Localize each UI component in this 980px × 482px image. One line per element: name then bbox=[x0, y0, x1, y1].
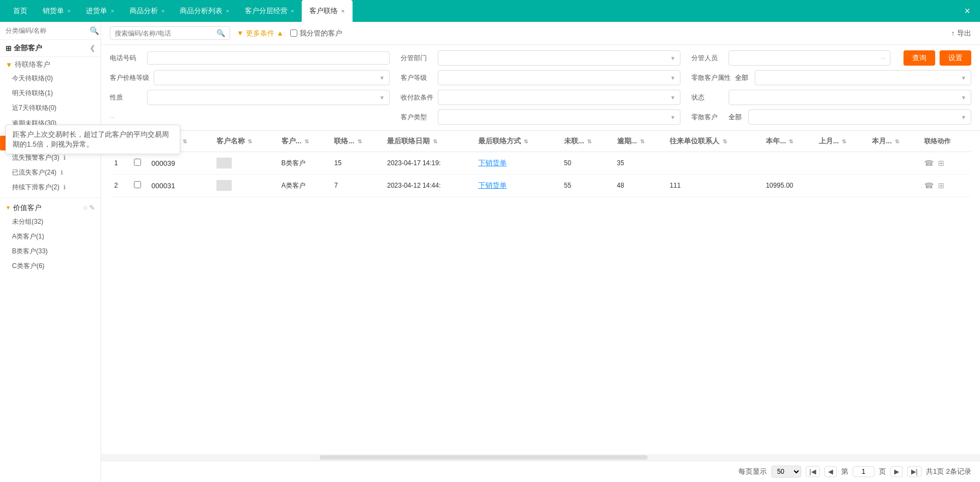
sort-icon-lastmonth[interactable]: ⇅ bbox=[842, 138, 846, 144]
sidebar-search-input[interactable] bbox=[5, 27, 87, 34]
retail-attr-value: 全部 bbox=[735, 73, 748, 83]
nav-close-customer-contact[interactable]: × bbox=[341, 8, 344, 14]
arrow-down-icon-2: ▼ bbox=[5, 205, 11, 211]
filter-dept-select[interactable]: ▼ bbox=[438, 50, 680, 66]
nav-home[interactable]: 首页 bbox=[5, 0, 35, 22]
export-btn[interactable]: ↑ 导出 bbox=[952, 28, 972, 38]
filter-retail-customer-row: 零散客户 全部 ▼ bbox=[691, 109, 971, 125]
sidebar-item-ungrouped[interactable]: 未分组(32) bbox=[0, 214, 101, 229]
search-input[interactable] bbox=[115, 30, 214, 37]
chevron-down-icon-nature: ▼ bbox=[379, 95, 385, 101]
sort-icon-thismonth[interactable]: ⇅ bbox=[895, 138, 899, 144]
sidebar-item-7days[interactable]: 近7天待联络(0) bbox=[0, 101, 101, 115]
sidebar-collapse-btn[interactable]: ❮ bbox=[90, 44, 95, 52]
sort-icon-date[interactable]: ⇅ bbox=[433, 138, 437, 144]
my-customers-checkbox[interactable] bbox=[290, 30, 297, 37]
row1-this-month bbox=[867, 152, 920, 175]
row2-more-icon[interactable]: ⊞ bbox=[938, 181, 944, 190]
next-page-btn[interactable]: ▶ bbox=[890, 466, 903, 477]
sidebar-item-lost[interactable]: 已流失客户(24) ℹ bbox=[0, 165, 101, 180]
nav-customer-tier[interactable]: 客户分层经营 × bbox=[237, 0, 302, 22]
row1-method-link[interactable]: 下销货单 bbox=[478, 159, 507, 167]
sidebar-item-tomorrow[interactable]: 明天待联络(1) bbox=[0, 86, 101, 101]
sidebar-value-customers-group[interactable]: ▼ 价值客户 ○ ✎ bbox=[0, 200, 101, 214]
row1-avatar bbox=[216, 158, 232, 169]
window-close-btn[interactable]: × bbox=[960, 5, 975, 17]
nav-close-product-list[interactable]: × bbox=[226, 8, 229, 14]
sidebar-search-icon[interactable]: 🔍 bbox=[90, 26, 99, 35]
sidebar-item-declining[interactable]: 持续下滑客户(2) ℹ bbox=[0, 180, 101, 195]
page-input[interactable] bbox=[853, 466, 875, 477]
col-header-last-date: 最后联络日期 ⇅ bbox=[383, 131, 474, 152]
sort-icon-thisyear[interactable]: ⇅ bbox=[789, 138, 793, 144]
filter-retail-attr-select[interactable]: ▼ bbox=[755, 70, 971, 85]
filter-phone-input[interactable] bbox=[147, 51, 390, 65]
filter-customer-type-select[interactable]: ▼ bbox=[438, 109, 680, 125]
sidebar-item-today[interactable]: 今天待联络(0) bbox=[0, 71, 101, 86]
filter-more-btn[interactable]: ··· bbox=[110, 114, 115, 120]
row1-checkbox-input[interactable] bbox=[134, 159, 141, 166]
sort-icon-person[interactable]: ⇅ bbox=[723, 138, 727, 144]
sidebar-all-customers[interactable]: ⊞ 全部客户 ❮ bbox=[0, 40, 101, 57]
info-icon-loss: ℹ bbox=[63, 154, 66, 161]
row2-contact-person: 111 bbox=[665, 175, 761, 197]
table-area: ⚙ 客户编码 ⇅ 客户名称 ⇅ bbox=[101, 131, 980, 454]
nav-sales-order[interactable]: 销货单 × bbox=[35, 0, 78, 22]
filter-manager-select[interactable]: ··· bbox=[729, 50, 890, 66]
sort-icon-code[interactable]: ⇅ bbox=[183, 138, 187, 144]
filter-customer-grade-select[interactable]: ▼ bbox=[438, 70, 680, 85]
filter-retail-customer-select[interactable]: ▼ bbox=[748, 109, 971, 125]
filter-retail-attr-label: 零散客户属性 bbox=[691, 73, 731, 83]
advanced-filter-area: 电话号码 分管部门 ▼ 分管人员 ··· bbox=[101, 45, 980, 131]
nav-close-purchase[interactable]: × bbox=[110, 8, 114, 14]
sort-icon-type[interactable]: ⇅ bbox=[304, 138, 309, 144]
sidebar-item-c-class[interactable]: C类客户(6) bbox=[0, 259, 101, 274]
nav-close-sales[interactable]: × bbox=[67, 8, 71, 14]
col-header-type: 客户... ⇅ bbox=[277, 131, 330, 152]
sort-icon-contact[interactable]: ⇅ bbox=[357, 138, 362, 144]
filter-nature-select[interactable]: ▼ bbox=[147, 90, 390, 105]
nav-close-product-analysis[interactable]: × bbox=[161, 8, 165, 14]
per-page-select[interactable]: 50 100 200 bbox=[771, 466, 801, 478]
nav-product-analysis[interactable]: 商品分析 × bbox=[122, 0, 172, 22]
filter-status-select[interactable]: ▼ bbox=[729, 90, 971, 105]
sidebar-pending-group[interactable]: ▼ 待联络客户 bbox=[0, 57, 101, 71]
sort-icon-method[interactable]: ⇅ bbox=[524, 138, 528, 144]
row2-last-method: 下销货单 bbox=[474, 175, 560, 197]
sort-icon-name[interactable]: ⇅ bbox=[248, 138, 252, 144]
scroll-thumb[interactable] bbox=[320, 455, 648, 460]
edit-group-icon[interactable]: ✎ bbox=[89, 204, 95, 212]
col-header-action: 联络动作 bbox=[920, 131, 971, 152]
row1-more-icon[interactable]: ⊞ bbox=[938, 159, 944, 167]
chevron-down-icon-payment: ▼ bbox=[670, 95, 676, 101]
filter-row-1: 电话号码 分管部门 ▼ 分管人员 ··· bbox=[110, 50, 971, 66]
nav-customer-contact[interactable]: 客户联络 × bbox=[302, 0, 352, 22]
query-button[interactable]: 查询 bbox=[903, 50, 935, 66]
filter-payment-select[interactable]: ▼ bbox=[438, 90, 680, 105]
row2-this-month bbox=[867, 175, 920, 197]
row2-checkbox-input[interactable] bbox=[134, 181, 141, 188]
nav-close-customer-tier[interactable]: × bbox=[291, 8, 294, 14]
row2-contact-icon[interactable]: ☎ bbox=[924, 181, 934, 190]
sort-icon-overdue[interactable]: ⇅ bbox=[640, 138, 644, 144]
last-page-btn[interactable]: ▶| bbox=[907, 466, 922, 477]
row2-no: 2 bbox=[110, 175, 130, 197]
filter-price-grade-label: 客户价格等级 bbox=[110, 73, 149, 83]
more-conditions-btn[interactable]: ▼ 更多条件 ▲ bbox=[237, 28, 284, 38]
search-submit-icon[interactable]: 🔍 bbox=[216, 29, 225, 37]
nav-purchase-order[interactable]: 进货单 × bbox=[78, 0, 121, 22]
nav-product-analysis-list[interactable]: 商品分析列表 × bbox=[172, 0, 237, 22]
horizontal-scrollbar[interactable] bbox=[101, 454, 980, 461]
settings-button[interactable]: 设置 bbox=[940, 50, 971, 66]
row1-contact-icon[interactable]: ☎ bbox=[924, 159, 934, 167]
prev-page-btn[interactable]: ◀ bbox=[824, 466, 837, 477]
first-page-btn[interactable]: |◀ bbox=[806, 466, 820, 477]
sort-icon-unlinkd[interactable]: ⇅ bbox=[587, 138, 591, 144]
add-group-icon[interactable]: ○ bbox=[83, 204, 87, 212]
filter-price-grade-select[interactable]: ▼ bbox=[154, 70, 390, 85]
filter-row-4: ··· 客户类型 ▼ 零散客户 全部 ▼ bbox=[110, 109, 971, 125]
info-icon-declining: ℹ bbox=[63, 184, 66, 190]
sidebar-item-a-class[interactable]: A类客户(1) bbox=[0, 229, 101, 244]
row2-method-link[interactable]: 下销货单 bbox=[478, 181, 507, 189]
sidebar-item-b-class[interactable]: B类客户(33) bbox=[0, 244, 101, 259]
